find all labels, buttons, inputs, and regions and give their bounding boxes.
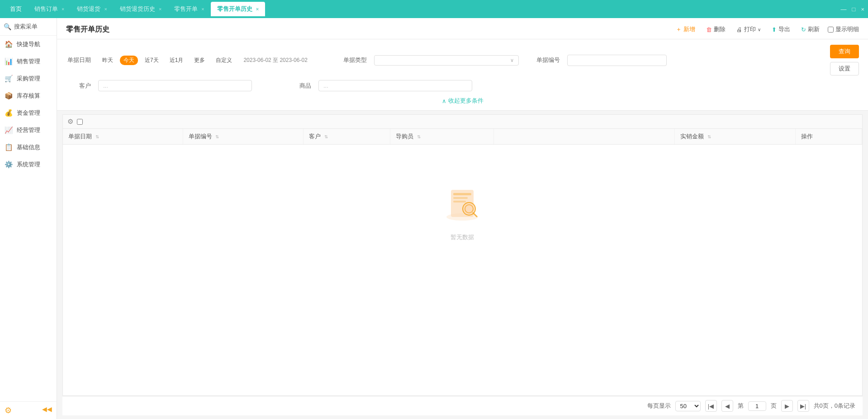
empty-cell: 暂无数据: [63, 145, 862, 278]
col-customer-sort-icon[interactable]: ⇅: [324, 134, 328, 139]
collapse-up-icon: ∧: [442, 98, 446, 104]
prev-page-btn[interactable]: ◀: [721, 400, 733, 412]
tab-retail-open-close[interactable]: ×: [201, 6, 204, 12]
sidebar-item-basic-info[interactable]: 📋 基础信息: [0, 139, 57, 156]
date-btn-more[interactable]: 更多: [190, 55, 209, 66]
query-button[interactable]: 查询: [830, 45, 859, 58]
first-page-btn[interactable]: |◀: [705, 400, 717, 412]
filter-area: 单据日期 昨天 今天 近7天 近1月 更多 自定义 2023-06-02 至 2…: [57, 39, 868, 111]
new-label: 新增: [683, 25, 695, 33]
col-date[interactable]: 单据日期 ⇅: [63, 129, 183, 145]
window-controls: — □ ×: [841, 6, 864, 13]
page-number-input[interactable]: [748, 401, 766, 411]
col-customer[interactable]: 客户 ⇅: [304, 129, 390, 145]
sidebar-item-sales-mgmt[interactable]: 📊 销售管理: [0, 53, 57, 70]
sidebar-search-label: 搜索采单: [14, 23, 38, 31]
sidebar-item-purchase-mgmt[interactable]: 🛒 采购管理: [0, 70, 57, 87]
content-area: 零售开单历史 ＋ 新增 🗑 删除 🖨 打印 ∨ ⬆ 导出: [57, 18, 868, 419]
date-btn-today[interactable]: 今天: [120, 56, 138, 65]
sidebar-item-operations[interactable]: 📈 经营管理: [0, 122, 57, 139]
table-toolbar: ⚙: [63, 115, 862, 129]
sidebar-item-inventory[interactable]: 📦 库存核算: [0, 87, 57, 104]
tab-sales-return[interactable]: 销货退货 ×: [71, 2, 113, 16]
page-total: 共0页，0条记录: [814, 402, 855, 410]
delete-button[interactable]: 🗑 删除: [703, 24, 728, 35]
col-guide-sort-icon[interactable]: ⇅: [417, 134, 421, 139]
svg-rect-3: [453, 197, 468, 199]
empty-illustration: [440, 181, 485, 226]
minimize-btn[interactable]: —: [841, 6, 847, 13]
date-btn-custom[interactable]: 自定义: [212, 55, 236, 66]
tab-retail-open-history-close[interactable]: ×: [256, 6, 259, 12]
tab-sales-order[interactable]: 销售订单 ×: [28, 2, 71, 16]
sidebar-collapse-btn[interactable]: ◀◀: [42, 405, 52, 415]
delete-label: 删除: [714, 25, 726, 33]
empty-state: 暂无数据: [63, 145, 862, 278]
col-amount[interactable]: 实销金额 ⇅: [675, 129, 796, 145]
inventory-icon: 📦: [5, 92, 13, 100]
date-range-display: 2023-06-02 至 2023-06-02: [243, 56, 307, 64]
refresh-label: 刷新: [808, 25, 820, 33]
sidebar-item-inventory-label: 库存核算: [17, 92, 40, 100]
customer-label: 客户: [66, 82, 91, 90]
sidebar-item-purchase-mgmt-label: 采购管理: [17, 75, 40, 83]
last-page-btn[interactable]: ▶|: [797, 400, 809, 412]
doc-type-label: 单据类型: [342, 56, 367, 64]
col-amount-sort-icon[interactable]: ⇅: [707, 134, 711, 139]
refresh-button[interactable]: ↻ 刷新: [798, 24, 822, 35]
show-detail-checkbox[interactable]: [828, 27, 834, 33]
tab-sales-return-history-label: 销货退货历史: [120, 5, 155, 13]
col-date-label: 单据日期: [68, 133, 92, 140]
sidebar-item-quick-nav-label: 快捷导航: [17, 40, 40, 48]
home-icon: 🏠: [5, 40, 13, 48]
table-body: 暂无数据: [63, 145, 862, 278]
col-spacer: [494, 129, 675, 145]
close-btn[interactable]: ×: [861, 6, 864, 13]
tab-retail-open-label: 零售开单: [174, 5, 198, 13]
tab-sales-order-close[interactable]: ×: [62, 6, 64, 12]
tab-retail-open-history[interactable]: 零售开单历史 ×: [211, 2, 265, 16]
customer-select[interactable]: ...: [98, 80, 252, 91]
collapse-btn[interactable]: ∧ 收起更多条件: [442, 97, 484, 105]
sidebar-item-system[interactable]: ⚙️ 系统管理: [0, 156, 57, 173]
col-number[interactable]: 单据编号 ⇅: [183, 129, 304, 145]
date-btns: 昨天 今天 近7天 近1月 更多 自定义: [98, 55, 236, 66]
tab-sales-return-history-close[interactable]: ×: [159, 6, 161, 12]
next-page-btn[interactable]: ▶: [781, 400, 793, 412]
sidebar-item-finance[interactable]: 💰 资金管理: [0, 104, 57, 122]
doc-number-input[interactable]: [567, 55, 667, 66]
sidebar: 🔍 搜索采单 🏠 快捷导航 📊 销售管理 🛒 采购管理 📦 库存核算 💰 资金管…: [0, 18, 57, 419]
date-btn-last7[interactable]: 近7天: [141, 55, 163, 66]
export-button[interactable]: ⬆ 导出: [769, 24, 793, 35]
per-page-select[interactable]: 50 100 200: [675, 401, 701, 411]
search-icon: 🔍: [4, 23, 11, 30]
date-btn-yesterday[interactable]: 昨天: [98, 55, 117, 66]
print-arrow-icon: ∨: [758, 27, 761, 32]
col-guide-label: 导购员: [396, 133, 413, 140]
sidebar-search[interactable]: 🔍 搜索采单: [0, 18, 57, 36]
maximize-btn[interactable]: □: [852, 6, 856, 13]
sales-icon: 📊: [5, 57, 13, 66]
doc-type-select[interactable]: ∨: [374, 55, 519, 66]
settings-button[interactable]: 设置: [830, 62, 859, 75]
tab-home[interactable]: 首页: [4, 2, 28, 16]
product-select[interactable]: ...: [318, 80, 472, 91]
print-button[interactable]: 🖨 打印 ∨: [734, 24, 764, 35]
tab-sales-return-history[interactable]: 销货退货历史 ×: [114, 2, 168, 16]
tab-sales-return-close[interactable]: ×: [104, 6, 107, 12]
table-settings-icon[interactable]: ⚙: [67, 118, 73, 126]
col-number-sort-icon[interactable]: ⇅: [215, 134, 219, 139]
col-guide[interactable]: 导购员 ⇅: [390, 129, 494, 145]
col-date-sort-icon[interactable]: ⇅: [95, 134, 99, 139]
select-all-checkbox[interactable]: [77, 119, 83, 125]
show-detail-checkbox-label[interactable]: 显示明细: [828, 25, 859, 33]
new-icon: ＋: [676, 25, 682, 33]
tab-sales-return-label: 销货退货: [77, 5, 100, 13]
tab-retail-open[interactable]: 零售开单 ×: [168, 2, 210, 16]
col-number-label: 单据编号: [189, 133, 212, 140]
sidebar-item-quick-nav[interactable]: 🏠 快捷导航: [0, 36, 57, 53]
new-button[interactable]: ＋ 新增: [673, 24, 698, 35]
sidebar-settings-btn[interactable]: ⚙: [5, 405, 12, 415]
doc-number-label: 单据编号: [535, 56, 560, 64]
date-btn-last-month[interactable]: 近1月: [166, 55, 188, 66]
